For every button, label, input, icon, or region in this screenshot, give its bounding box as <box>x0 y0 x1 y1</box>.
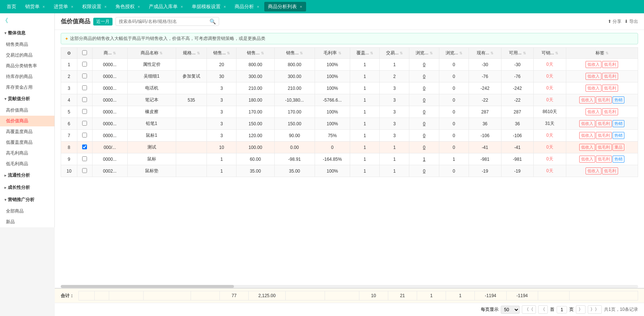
row-checkbox[interactable] <box>82 156 87 161</box>
sidebar-section-flow[interactable]: ▸ 流通性分析 <box>0 169 54 181</box>
first-page-btn[interactable]: 〈〈 <box>522 305 536 314</box>
cell-view1[interactable]: 0 <box>409 59 439 71</box>
nav-permissions[interactable]: 权限设置 × <box>78 2 110 11</box>
row-checkbox[interactable] <box>82 145 87 149</box>
view1-link[interactable]: 0 <box>423 74 426 79</box>
sidebar-section-marketing[interactable]: ▾ 营销推广分析 <box>0 194 54 206</box>
horizontal-scrollbar[interactable] <box>61 285 638 288</box>
cell-view1[interactable]: 0 <box>409 71 439 82</box>
prev-page-btn[interactable]: 〈 <box>538 305 548 314</box>
cell-cb[interactable] <box>77 118 92 130</box>
cell-view1[interactable]: 0 <box>409 118 439 130</box>
cell-view1[interactable]: 0 <box>409 130 439 142</box>
col-tags[interactable]: 标签 ⇅ <box>566 48 638 59</box>
row-checkbox[interactable] <box>82 133 87 137</box>
nav-sales[interactable]: 销货单 × <box>21 2 48 11</box>
nav-products[interactable]: 产成品入库单 × <box>145 2 187 11</box>
col-code[interactable]: 商... ⇅ <box>92 48 127 59</box>
col-qty[interactable]: 销售... ⇅ <box>207 48 237 59</box>
sidebar-item-all-goods[interactable]: 全部商品 <box>0 206 54 217</box>
cell-view1[interactable]: 0 <box>409 142 439 153</box>
sidebar-collapse-btn[interactable]: 《 <box>0 15 10 27</box>
cell-cb[interactable] <box>77 94 92 106</box>
close-sales[interactable]: × <box>43 4 45 9</box>
cell-view1[interactable]: 0 <box>409 165 439 177</box>
view1-link[interactable]: 0 <box>423 62 426 67</box>
row-checkbox[interactable] <box>82 109 87 114</box>
scrollbar-thumb[interactable] <box>61 285 234 288</box>
col-avail[interactable]: 可用... ⇅ <box>501 48 534 59</box>
view1-link[interactable]: 1 <box>423 157 426 162</box>
row-checkbox[interactable] <box>82 121 87 126</box>
cell-view1[interactable]: 1 <box>409 153 439 165</box>
sidebar-section-growth[interactable]: ▸ 成长性分析 <box>0 181 54 194</box>
row-checkbox[interactable] <box>82 74 87 78</box>
cell-cb[interactable] <box>77 165 92 177</box>
sidebar-item-category-rate[interactable]: 商品分类销售率 <box>0 61 54 71</box>
view1-link[interactable]: 0 <box>423 133 426 138</box>
share-button[interactable]: ⬆ 分享 <box>608 18 621 25</box>
sidebar-section-overall[interactable]: ▾ 整体信息 <box>0 27 54 39</box>
sidebar-item-high-value[interactable]: 高价值商品 <box>0 105 54 116</box>
sidebar-item-high-coverage[interactable]: 高覆盖度商品 <box>0 126 54 137</box>
cell-cb[interactable] <box>77 59 92 71</box>
col-name[interactable]: 商品名称 ⇅ <box>127 48 176 59</box>
col-cover[interactable]: 覆盖... ⇅ <box>350 48 379 59</box>
col-sale1[interactable]: 销售... ⇅ <box>237 48 274 59</box>
sidebar-item-low-margin[interactable]: 低毛利商品 <box>0 159 54 169</box>
cell-view1[interactable]: 0 <box>409 106 439 118</box>
period-button[interactable]: 近一月 <box>93 18 113 26</box>
sidebar-item-pending-stock[interactable]: 待库存的商品 <box>0 71 54 82</box>
export-button[interactable]: ⬇ 导出 <box>624 18 638 25</box>
col-stock[interactable]: 现有... ⇅ <box>469 48 502 59</box>
sidebar-item-traded-goods[interactable]: 交易过的商品 <box>0 50 54 61</box>
row-checkbox[interactable] <box>82 62 87 67</box>
sidebar-item-low-coverage[interactable]: 低覆盖度商品 <box>0 137 54 148</box>
search-icon[interactable]: 🔍 <box>209 18 216 24</box>
col-sellable[interactable]: 可销... ⇅ <box>534 48 566 59</box>
cell-cb[interactable] <box>77 142 92 153</box>
close-templates[interactable]: × <box>224 4 226 9</box>
sidebar-item-stock-funds[interactable]: 库存资金占用 <box>0 82 54 93</box>
col-checkbox[interactable] <box>77 48 92 59</box>
cell-cb[interactable] <box>77 106 92 118</box>
cell-cb[interactable] <box>77 71 92 82</box>
close-goods-list[interactable]: × <box>300 4 302 9</box>
search-input[interactable] <box>119 19 209 24</box>
sidebar-item-sales-goods[interactable]: 销售类商品 <box>0 39 54 50</box>
cell-view1[interactable]: 0 <box>409 94 439 106</box>
select-all-checkbox[interactable] <box>82 50 87 55</box>
page-number-input[interactable] <box>557 306 567 313</box>
cell-cb[interactable] <box>77 130 92 142</box>
col-view1[interactable]: 浏览... ⇅ <box>409 48 439 59</box>
nav-goods-list[interactable]: 商品分析列表 × <box>264 2 306 11</box>
view1-link[interactable]: 0 <box>423 109 426 115</box>
close-goods-analysis[interactable]: × <box>257 4 259 9</box>
row-checkbox[interactable] <box>82 85 87 90</box>
col-margin[interactable]: 毛利率 ⇅ <box>315 48 350 59</box>
sidebar-item-new-goods[interactable]: 新品 <box>0 217 54 227</box>
nav-roles[interactable]: 角色授权 × <box>112 2 144 11</box>
sidebar-item-low-value[interactable]: 低价值商品 <box>0 116 54 126</box>
col-spec[interactable]: 规格... ⇅ <box>176 48 207 59</box>
col-settings[interactable]: ⚙ <box>61 48 77 59</box>
col-view2[interactable]: 浏览... ⇅ <box>439 48 469 59</box>
last-page-btn[interactable]: 〉〉 <box>588 305 602 314</box>
cell-cb[interactable] <box>77 82 92 94</box>
next-page-btn[interactable]: 〉 <box>576 305 586 314</box>
close-products[interactable]: × <box>181 4 183 9</box>
close-permissions[interactable]: × <box>104 4 107 9</box>
view1-link[interactable]: 0 <box>423 86 426 91</box>
cell-cb[interactable] <box>77 153 92 165</box>
cell-view1[interactable]: 0 <box>409 82 439 94</box>
view1-link[interactable]: 0 <box>423 98 426 103</box>
nav-goods-analysis[interactable]: 商品分析 × <box>231 2 263 11</box>
col-trade[interactable]: 交易... ⇅ <box>380 48 409 59</box>
row-checkbox[interactable] <box>82 168 87 173</box>
sidebar-item-high-margin[interactable]: 高毛利商品 <box>0 148 54 159</box>
sidebar-section-contribution[interactable]: ▾ 贡献值分析 <box>0 93 54 105</box>
nav-purchase[interactable]: 进货单 × <box>50 2 77 11</box>
view1-link[interactable]: 0 <box>423 121 426 126</box>
close-purchase[interactable]: × <box>71 4 73 9</box>
nav-templates[interactable]: 单据模板设置 × <box>188 2 229 11</box>
